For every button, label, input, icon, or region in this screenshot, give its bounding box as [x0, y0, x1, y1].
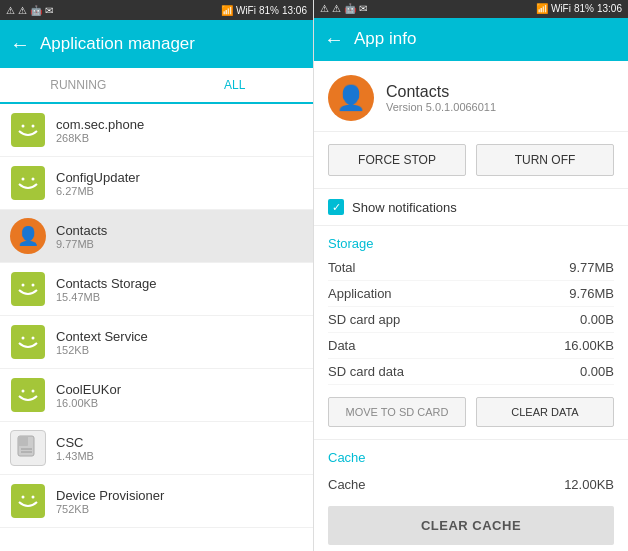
- force-stop-button[interactable]: FORCE STOP: [328, 144, 466, 176]
- move-to-sd-button[interactable]: MOVE TO SD CARD: [328, 397, 466, 427]
- svg-point-2: [32, 125, 35, 128]
- warning-icon: ⚠: [6, 5, 15, 16]
- app-icon-context-service: [10, 324, 46, 360]
- tab-running[interactable]: RUNNING: [0, 68, 157, 102]
- left-back-button[interactable]: ←: [10, 33, 30, 56]
- tab-all[interactable]: ALL: [157, 68, 314, 104]
- app-contacts-icon: 👤: [328, 75, 374, 121]
- svg-point-6: [22, 178, 25, 181]
- signal-icon2: 📶: [536, 3, 548, 14]
- right-status-bar: ⚠ ⚠ 🤖 ✉ 📶 WiFi 81% 13:06: [314, 0, 628, 18]
- list-item-contacts[interactable]: 👤 Contacts 9.77MB: [0, 210, 313, 263]
- app-size: 15.47MB: [56, 291, 156, 303]
- app-size: 16.00KB: [56, 397, 121, 409]
- svg-point-13: [32, 337, 35, 340]
- app-size: 9.77MB: [56, 238, 107, 250]
- app-info-text: Contacts Version 5.0.1.0066011: [386, 83, 496, 113]
- android-icon2: 🤖: [344, 3, 356, 14]
- cache-section-title: Cache: [314, 440, 628, 469]
- clear-cache-button[interactable]: CLEAR CACHE: [328, 506, 614, 545]
- list-item[interactable]: Context Service 152KB: [0, 316, 313, 369]
- storage-value-application: 9.76MB: [569, 286, 614, 301]
- warning-icon4: ⚠: [332, 3, 341, 14]
- right-status-right: 📶 WiFi 81% 13:06: [536, 3, 622, 14]
- storage-buttons: MOVE TO SD CARD CLEAR DATA: [314, 385, 628, 439]
- storage-label-sdcard-app: SD card app: [328, 312, 400, 327]
- list-item[interactable]: CoolEUKor 16.00KB: [0, 369, 313, 422]
- svg-rect-11: [11, 325, 45, 359]
- right-status-icons: ⚠ ⚠ 🤖 ✉: [320, 3, 367, 14]
- app-size: 6.27MB: [56, 185, 140, 197]
- cache-value: 12.00KB: [564, 477, 614, 492]
- time-left: 13:06: [282, 5, 307, 16]
- svg-rect-8: [11, 272, 45, 306]
- app-icon-csc: [10, 430, 46, 466]
- csc-document-icon: [10, 430, 46, 466]
- svg-point-1: [22, 125, 25, 128]
- storage-row-application: Application 9.76MB: [328, 281, 614, 307]
- storage-value-sdcard-data: 0.00B: [580, 364, 614, 379]
- app-icon-configupdater: [10, 165, 46, 201]
- app-icon-contacts-storage: [10, 271, 46, 307]
- app-info-device-provisioner: Device Provisioner 752KB: [56, 488, 164, 515]
- right-toolbar: ← App info: [314, 18, 628, 61]
- storage-value-sdcard-app: 0.00B: [580, 312, 614, 327]
- svg-rect-21: [11, 484, 45, 518]
- right-toolbar-title: App info: [354, 29, 416, 49]
- app-name: Device Provisioner: [56, 488, 164, 503]
- list-item[interactable]: ConfigUpdater 6.27MB: [0, 157, 313, 210]
- app-info-contacts-storage: Contacts Storage 15.47MB: [56, 276, 156, 303]
- action-buttons: FORCE STOP TURN OFF: [314, 132, 628, 189]
- app-size: 152KB: [56, 344, 148, 356]
- left-toolbar-title: Application manager: [40, 34, 195, 54]
- app-info-configupdater: ConfigUpdater 6.27MB: [56, 170, 140, 197]
- app-display-name: Contacts: [386, 83, 496, 101]
- app-info-comsecphone: com.sec.phone 268KB: [56, 117, 144, 144]
- list-item[interactable]: Device Provisioner 752KB: [0, 475, 313, 528]
- left-panel: ⚠ ⚠ 🤖 ✉ 📶 WiFi 81% 13:06 ← Application m…: [0, 0, 314, 551]
- message-icon: ✉: [45, 5, 53, 16]
- list-item[interactable]: com.sec.phone 268KB: [0, 104, 313, 157]
- turn-off-button[interactable]: TURN OFF: [476, 144, 614, 176]
- svg-point-10: [32, 284, 35, 287]
- app-info-csc: CSC 1.43MB: [56, 435, 94, 462]
- notifications-row[interactable]: ✓ Show notifications: [314, 189, 628, 226]
- app-info-context-service: Context Service 152KB: [56, 329, 148, 356]
- app-list: com.sec.phone 268KB ConfigUpdater 6.27MB: [0, 104, 313, 551]
- wifi-icon2: WiFi: [551, 3, 571, 14]
- svg-point-9: [22, 284, 25, 287]
- app-name: com.sec.phone: [56, 117, 144, 132]
- app-info-contacts: Contacts 9.77MB: [56, 223, 107, 250]
- storage-label-sdcard-data: SD card data: [328, 364, 404, 379]
- notifications-checkbox[interactable]: ✓: [328, 199, 344, 215]
- svg-rect-18: [18, 436, 28, 446]
- signal-icon: 📶: [221, 5, 233, 16]
- svg-point-7: [32, 178, 35, 181]
- list-item[interactable]: CSC 1.43MB: [0, 422, 313, 475]
- list-item[interactable]: Contacts Storage 15.47MB: [0, 263, 313, 316]
- clear-data-button[interactable]: CLEAR DATA: [476, 397, 614, 427]
- app-name: ConfigUpdater: [56, 170, 140, 185]
- left-status-right: 📶 WiFi 81% 13:06: [221, 5, 307, 16]
- svg-point-23: [32, 496, 35, 499]
- storage-section-title: Storage: [314, 226, 628, 255]
- left-toolbar: ← Application manager: [0, 20, 313, 68]
- warning-icon3: ⚠: [320, 3, 329, 14]
- message-icon2: ✉: [359, 3, 367, 14]
- wifi-icon: WiFi: [236, 5, 256, 16]
- cache-row: Cache 12.00KB: [314, 469, 628, 500]
- storage-value-data: 16.00KB: [564, 338, 614, 353]
- warning-icon2: ⚠: [18, 5, 27, 16]
- right-back-button[interactable]: ←: [324, 28, 344, 51]
- app-icon-device-provisioner: [10, 483, 46, 519]
- app-info-cooleukor: CoolEUKor 16.00KB: [56, 382, 121, 409]
- left-tabs: RUNNING ALL: [0, 68, 313, 104]
- app-name: Contacts Storage: [56, 276, 156, 291]
- storage-value-total: 9.77MB: [569, 260, 614, 275]
- app-name: Context Service: [56, 329, 148, 344]
- app-size: 1.43MB: [56, 450, 94, 462]
- storage-row-data: Data 16.00KB: [328, 333, 614, 359]
- right-panel: ⚠ ⚠ 🤖 ✉ 📶 WiFi 81% 13:06 ← App info 👤 Co…: [314, 0, 628, 551]
- svg-point-15: [22, 390, 25, 393]
- app-icon-contacts: 👤: [10, 218, 46, 254]
